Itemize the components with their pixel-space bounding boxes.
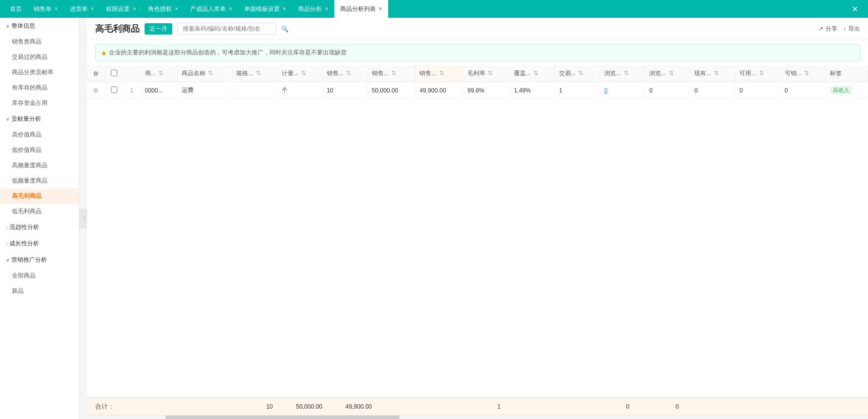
col-transaction[interactable]: 交易... ⇅ — [555, 65, 600, 82]
row-name: 运费 — [178, 82, 232, 99]
col-available1[interactable]: 现有... ⇅ — [690, 65, 735, 82]
row-available1: 0 — [690, 82, 735, 99]
select-all-checkbox[interactable] — [111, 70, 117, 76]
footer-label: 合计： — [95, 402, 114, 411]
col-browse2[interactable]: 浏览... ⇅ — [645, 65, 690, 82]
sidebar-group-marketing[interactable]: ∨ 营销推广分析 — [0, 252, 79, 268]
sidebar-item-new-products[interactable]: 新品 — [0, 283, 79, 299]
col-name[interactable]: 商品名称 ⇅ — [178, 65, 232, 82]
footer-sales-amount: 50,000.00 — [283, 403, 322, 410]
search-button[interactable]: 🔍 — [281, 25, 289, 33]
qty-sort-icon: ⇅ — [346, 70, 351, 77]
close-analysis-list-tab[interactable]: × — [379, 5, 382, 12]
col-margin-rate[interactable]: 毛利率 ⇅ — [463, 65, 510, 82]
close-auth-tab[interactable]: × — [133, 5, 136, 12]
sidebar-group-trend[interactable]: › 流趋性分析 — [0, 219, 79, 235]
row-browse1[interactable]: 0 — [600, 82, 645, 99]
close-analysis-tab[interactable]: × — [325, 5, 328, 12]
close-roles-tab[interactable]: × — [175, 5, 178, 12]
row-checkbox[interactable] — [105, 82, 123, 99]
col-settings[interactable]: ⚙ — [87, 65, 105, 82]
overall-arrow-icon: ∨ — [6, 23, 9, 29]
row-select-checkbox[interactable] — [111, 87, 117, 93]
col-available2[interactable]: 可用... ⇅ — [735, 65, 780, 82]
col-code[interactable]: 商... ⇅ — [141, 65, 178, 82]
share-button[interactable]: ↗ 分享 — [818, 25, 837, 33]
table-footer: 合计： 10 50,000.00 49,900.00 1 0 0 — [87, 397, 868, 415]
sidebar-item-high-freq[interactable]: 高频量度商品 — [0, 158, 79, 173]
sidebar-item-traded-products[interactable]: 交易过的商品 — [0, 49, 79, 65]
row-tag: 高收入 — [825, 82, 868, 99]
content-area: 高毛利商品 近一月 🔍 ↗ 分享 ↓ 导出 — [87, 18, 868, 419]
margin-sort-icon: ⇅ — [488, 70, 493, 77]
footer-sales-cost: 49,900.00 — [332, 403, 372, 410]
col-saleable[interactable]: 可销... ⇅ — [780, 65, 825, 82]
nav-auth-settings[interactable]: 权限设置 × — [100, 0, 142, 18]
col-checkbox[interactable] — [105, 65, 123, 82]
col-sales-amount[interactable]: 销售... ⇅ — [367, 65, 415, 82]
window-close-button[interactable]: ✕ — [846, 4, 864, 14]
browse1-sort-icon: ⇅ — [624, 70, 629, 77]
growth-arrow-icon: › — [6, 241, 7, 246]
row-spec — [232, 82, 277, 99]
nav-roles[interactable]: 角色授权 × — [142, 0, 184, 18]
sidebar-item-low-value[interactable]: 低价值商品 — [0, 142, 79, 158]
nav-template-settings[interactable]: 单据模板设置 × — [238, 0, 292, 18]
row-seq: 1 — [123, 82, 141, 99]
col-coverage[interactable]: 覆盖... ⇅ — [510, 65, 555, 82]
row-coverage: 1.49% — [510, 82, 555, 99]
nav-product-import[interactable]: 产成品入库单 × — [184, 0, 238, 18]
header-actions: ↗ 分享 ↓ 导出 — [818, 25, 860, 33]
close-template-tab[interactable]: × — [283, 5, 286, 12]
sidebar-group-finance[interactable]: ∨ 贡献量分析 — [0, 111, 79, 127]
close-product-import-tab[interactable]: × — [229, 5, 232, 12]
sidebar-group-growth[interactable]: › 成长性分析 — [0, 235, 79, 252]
saleable-sort-icon: ⇅ — [804, 70, 809, 77]
tag-badge: 高收入 — [830, 86, 852, 94]
col-sales-cost[interactable]: 销售... ⇅ — [415, 65, 463, 82]
info-banner: ◆ 企业的主要的利润都是这部分商品创造的，可考虑加大推广，同时关注库存是不要出现… — [95, 44, 860, 61]
row-unit: 个 — [277, 82, 322, 99]
data-table-container[interactable]: ⚙ 商... ⇅ 商品名称 — [87, 65, 868, 397]
col-spec[interactable]: 规格... ⇅ — [232, 65, 277, 82]
nav-purchase[interactable]: 进货单 × — [64, 0, 100, 18]
browse2-sort-icon: ⇅ — [669, 70, 674, 77]
export-button[interactable]: ↓ 导出 — [843, 25, 860, 33]
available1-sort-icon: ⇅ — [714, 70, 719, 77]
sidebar-collapse-button[interactable]: 《 — [79, 209, 87, 229]
sidebar-item-sales-products[interactable]: 销售类商品 — [0, 34, 79, 49]
nav-sales[interactable]: 销售单 × — [28, 0, 64, 18]
sidebar: ∨ 整体信息 销售类商品 交易过的商品 商品分类贡献率 有库存的商品 库存资金占… — [0, 18, 79, 419]
nav-home[interactable]: 首页 — [4, 0, 28, 18]
nav-product-analysis[interactable]: 商品分析 × — [292, 0, 334, 18]
nav-product-analysis-list[interactable]: 商品分析列表 × — [334, 0, 388, 18]
row-transaction: 1 — [555, 82, 600, 99]
sidebar-item-low-freq[interactable]: 低频量度商品 — [0, 173, 79, 188]
settings-icon: ⚙ — [93, 70, 99, 77]
col-sales-qty[interactable]: 销售... ⇅ — [322, 65, 367, 82]
sidebar-item-all-products[interactable]: 全部商品 — [0, 268, 79, 283]
cost-sort-icon: ⇅ — [439, 70, 444, 77]
horizontal-scrollbar[interactable] — [87, 415, 868, 419]
sidebar-item-stock-capital[interactable]: 库存资金占用 — [0, 95, 79, 111]
row-sales-qty: 10 — [322, 82, 367, 99]
sidebar-item-contribution-rate[interactable]: 商品分类贡献率 — [0, 65, 79, 80]
close-sales-tab[interactable]: × — [54, 5, 58, 12]
row-settings[interactable]: ⚙ — [87, 82, 105, 99]
time-filter-button[interactable]: 近一月 — [145, 23, 172, 35]
sidebar-item-high-margin[interactable]: 高毛利商品 — [0, 188, 79, 204]
sidebar-item-low-margin[interactable]: 低毛利商品 — [0, 204, 79, 219]
col-tag[interactable]: 标签 — [825, 65, 868, 82]
col-unit[interactable]: 计量... ⇅ — [277, 65, 322, 82]
search-input[interactable] — [177, 23, 276, 35]
sidebar-group-overall[interactable]: ∨ 整体信息 — [0, 18, 79, 34]
row-browse2: 0 — [645, 82, 690, 99]
close-purchase-tab[interactable]: × — [91, 5, 94, 12]
row-sales-amount: 50,000.00 — [367, 82, 415, 99]
sidebar-item-in-stock[interactable]: 有库存的商品 — [0, 80, 79, 95]
col-browse1[interactable]: 浏览... ⇅ — [600, 65, 645, 82]
trend-arrow-icon: › — [6, 225, 7, 230]
sidebar-item-high-value[interactable]: 高价值商品 — [0, 127, 79, 142]
transaction-sort-icon: ⇅ — [578, 70, 583, 77]
footer-available2: 0 — [639, 403, 679, 410]
